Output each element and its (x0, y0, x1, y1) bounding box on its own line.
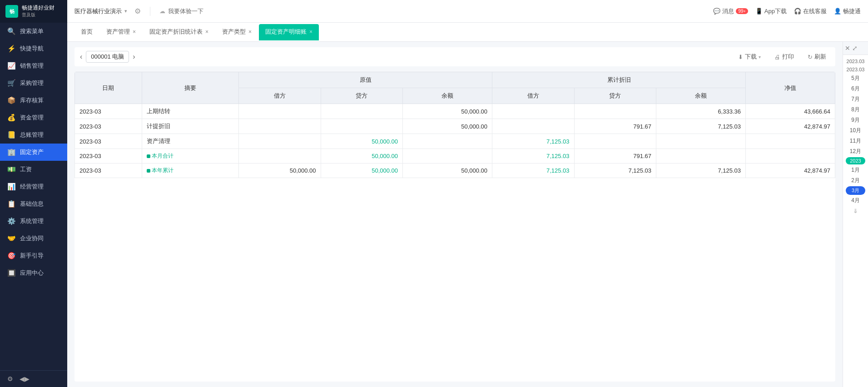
guide-icon: 🎯 (7, 252, 15, 260)
timeline-item[interactable]: 5月 (843, 73, 868, 84)
th-net-value: 净值 (745, 72, 835, 104)
sidebar-item-finance[interactable]: 💰资金管理 (0, 109, 67, 126)
messages-btn[interactable]: 💬 消息 99+ (713, 7, 748, 15)
sales-icon: 📈 (7, 62, 15, 70)
online-service-label: 在线客服 (803, 7, 827, 15)
timeline-panel: ✕ ⤢ 2023.032023.035月6月7月8月9月10月11月12月202… (843, 42, 868, 387)
print-btn[interactable]: 🖨 打印 (771, 51, 798, 63)
inventory-icon: 📦 (7, 96, 15, 104)
sidebar-item-sales[interactable]: 📈销售管理 (0, 57, 67, 74)
summary-badge: 本月合计 (147, 152, 174, 160)
tab-depreciation_stats[interactable]: 固定资产折旧统计表× (143, 24, 215, 40)
refresh-btn[interactable]: ↻ 刷新 (804, 51, 830, 63)
tab-close-asset_type[interactable]: × (248, 29, 252, 35)
experience-btn[interactable]: ☁ 我要体验一下 (159, 7, 203, 15)
download-btn[interactable]: ⬇ 下载 ▾ (734, 51, 764, 63)
table-row: 2023-03本月合计50,000.007,125.03791.67 (75, 149, 835, 164)
enterprise-icon: 🤝 (7, 234, 15, 243)
timeline-item[interactable]: 2月 (843, 175, 868, 186)
sidebar-item-guide[interactable]: 🎯新手引导 (0, 247, 67, 264)
app_center-icon: 🔲 (7, 269, 15, 277)
td-summary: 本月合计 (142, 149, 238, 164)
timeline-item[interactable]: 3月 (846, 186, 865, 195)
sidebar-item-payroll[interactable]: 💵工资 (0, 161, 67, 178)
asset-id-display: 000001 电脑 (86, 51, 129, 63)
sidebar-item-purchase[interactable]: 🛒采购管理 (0, 74, 67, 92)
tab-home[interactable]: 首页 (74, 24, 99, 40)
timeline-item[interactable]: 11月 (843, 136, 868, 146)
timeline-scroll-down-btn[interactable]: ⇓ (843, 206, 868, 216)
sidebar-item-fixed_assets[interactable]: 🏢固定资产 (0, 144, 67, 161)
download-icon: ⬇ (738, 54, 743, 60)
tab-asset_type[interactable]: 资产类型× (216, 24, 258, 40)
messages-badge: 99+ (736, 8, 748, 14)
quicknav-icon: ⚡ (7, 45, 15, 53)
tab-label-asset_mgmt: 资产管理 (106, 28, 130, 36)
next-asset-btn[interactable]: › (133, 53, 135, 61)
sidebar-item-search[interactable]: 🔍搜索菜单 (0, 23, 67, 40)
sidebar-footer-icons: ⚙ ◀▶ (7, 375, 30, 382)
timeline-scroll: 2023.032023.035月6月7月8月9月10月11月12月20231月2… (843, 55, 868, 387)
sidebar-label-enterprise: 企业协同 (20, 234, 44, 243)
timeline-header-icons: ✕ ⤢ (845, 45, 858, 52)
sidebar-item-app_center[interactable]: 🔲应用中心 (0, 264, 67, 282)
sidebar-item-ledger[interactable]: 📒总账管理 (0, 126, 67, 144)
timeline-item[interactable]: 2023 (846, 157, 865, 164)
sidebar-header: 畅 畅捷通好业财 普及版 (0, 0, 67, 23)
settings-icon[interactable]: ⚙ (7, 375, 13, 382)
prev-asset-btn[interactable]: ‹ (80, 53, 82, 61)
app-download-label: App下载 (764, 7, 787, 15)
tab-asset_mgmt[interactable]: 资产管理× (100, 24, 142, 40)
table-row: 2023-03计提折旧50,000.00791.677,125.0342,874… (75, 119, 835, 134)
tab-close-asset_detail[interactable]: × (309, 29, 312, 35)
operations-icon: 📊 (7, 183, 15, 191)
sidebar-item-quicknav[interactable]: ⚡快捷导航 (0, 40, 67, 57)
toolbar-actions: ⬇ 下载 ▾ 🖨 打印 ↻ 刷新 (734, 51, 830, 63)
sidebar-item-system[interactable]: ⚙️系统管理 (0, 213, 67, 230)
th-accumulated-dep: 累计折旧 (492, 72, 746, 88)
app-title: 畅捷通好业财 (22, 5, 55, 12)
sidebar-item-operations[interactable]: 📊经营管理 (0, 178, 67, 195)
th-accum-credit: 贷方 (574, 88, 656, 104)
sidebar-label-sales: 销售管理 (20, 62, 44, 70)
td-summary: 计提折旧 (142, 119, 238, 134)
timeline-item[interactable]: 9月 (843, 115, 868, 125)
print-label: 打印 (782, 53, 794, 61)
messages-label: 消息 (722, 7, 734, 15)
user-label: 畅捷通 (843, 7, 861, 15)
sidebar-item-inventory[interactable]: 📦库存核算 (0, 92, 67, 109)
tab-label-depreciation_stats: 固定资产折旧统计表 (149, 28, 203, 36)
td-summary: 资产清理 (142, 134, 238, 149)
timeline-expand-icon[interactable]: ⤢ (852, 45, 858, 52)
td-summary: 上期结转 (142, 104, 238, 119)
sidebar-item-basic_info[interactable]: 📋基础信息 (0, 195, 67, 213)
collapse-icon[interactable]: ◀▶ (20, 375, 30, 382)
timeline-close-icon[interactable]: ✕ (845, 45, 850, 52)
online-service-btn[interactable]: 🎧 在线客服 (794, 7, 827, 15)
sidebar-label-search: 搜索菜单 (20, 27, 44, 35)
tab-close-asset_mgmt[interactable]: × (133, 29, 136, 35)
timeline-item[interactable]: 4月 (843, 195, 868, 206)
timeline-item[interactable]: 1月 (843, 165, 868, 175)
sidebar-label-quicknav: 快捷导航 (20, 45, 44, 53)
fixed_assets-icon: 🏢 (7, 148, 15, 156)
topbar: 医疗器械行业演示 ▾ ⚙ ☁ 我要体验一下 💬 消息 99+ 📱 App下载 🎧 (67, 0, 868, 23)
timeline-item[interactable]: 8月 (843, 104, 868, 115)
settings-gear-icon[interactable]: ⚙ (134, 7, 141, 15)
timeline-item[interactable]: 12月 (843, 146, 868, 157)
tab-label-home: 首页 (81, 28, 93, 36)
sidebar-item-enterprise[interactable]: 🤝企业协同 (0, 230, 67, 247)
th-orig-balance: 余额 (403, 88, 492, 104)
tab-close-depreciation_stats[interactable]: × (205, 29, 208, 35)
timeline-item[interactable]: 6月 (843, 84, 868, 94)
th-accum-balance: 余额 (656, 88, 746, 104)
app-download-btn[interactable]: 📱 App下载 (755, 7, 787, 15)
experience-label: 我要体验一下 (168, 7, 203, 15)
timeline-item[interactable]: 7月 (843, 94, 868, 104)
tab-asset_detail[interactable]: 固定资产明细账× (259, 24, 319, 40)
timeline-item[interactable]: 10月 (843, 125, 868, 136)
user-avatar-btn[interactable]: 👤 畅捷通 (834, 7, 861, 15)
print-icon: 🖨 (774, 54, 780, 60)
company-selector[interactable]: 医疗器械行业演示 ▾ (74, 7, 127, 15)
system-icon: ⚙️ (7, 217, 15, 225)
